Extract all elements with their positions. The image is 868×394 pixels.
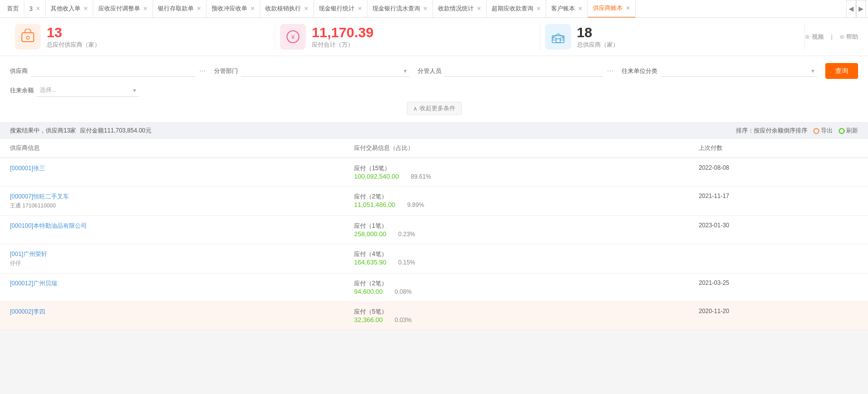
nav-tab-advance-receipt[interactable]: 预收冲应收单 ✕ xyxy=(207,0,260,18)
supplier-info-cell: [000100]本特勤油品有限公司 xyxy=(0,216,344,244)
supplier-link[interactable]: [000002]李四 xyxy=(10,308,45,315)
close-icon[interactable]: ✕ xyxy=(358,5,362,12)
person-picker-icon[interactable]: ··· xyxy=(607,66,613,75)
vendors-label: 总供应商（家） xyxy=(577,41,619,49)
data-table-wrap: 供应商信息 应付交易信息（占比） 上次付数 [000001]张三应付（15笔）1… xyxy=(0,139,868,330)
video-link[interactable]: ⊙ 视频 xyxy=(805,33,823,41)
payable-amount-value[interactable]: 164,635.90 xyxy=(354,259,386,266)
close-icon[interactable]: ✕ xyxy=(423,5,428,12)
close-icon[interactable]: ✕ xyxy=(83,5,88,12)
vendors-icon xyxy=(545,24,571,50)
nav-tab-3[interactable]: 3 ✕ xyxy=(24,0,46,18)
payable-amount-value[interactable]: 100,092,540.00 xyxy=(354,173,399,180)
dept-filter-label: 分管部门 xyxy=(214,67,238,75)
nav-tab-payment-verify-label: 收款核销执行 xyxy=(265,4,301,13)
payable-percent: 9.89% xyxy=(407,201,424,208)
table-row: [000002]李四应付（5笔）32,366.000.03%2020-11-20 xyxy=(0,302,868,330)
person-filter-label: 分管人员 xyxy=(418,67,441,75)
nav-tab-other-income[interactable]: 其他收入单 ✕ xyxy=(46,0,93,18)
suppliers-label: 总应付供应商（家） xyxy=(47,41,100,49)
nav-tab-receipt-stats-label: 收款情况统计 xyxy=(438,4,474,13)
dept-select[interactable]: ▾ xyxy=(241,66,410,77)
filter-balance: 往来余额 选择... ▾ xyxy=(10,84,139,97)
payable-label: 应付（2笔） xyxy=(354,279,679,288)
close-icon[interactable]: ✕ xyxy=(36,5,40,12)
suppliers-count: 13 xyxy=(47,24,100,41)
close-icon[interactable]: ✕ xyxy=(477,5,481,12)
close-icon[interactable]: ✕ xyxy=(304,5,308,12)
supplier-link[interactable]: [000007]恒旺二手叉车 xyxy=(10,193,69,200)
payable-percent: 89.61% xyxy=(411,173,431,180)
result-bar: 搜索结果中，供应商13家 应付金额111,703,854.00元 排序：按应付余… xyxy=(0,123,868,139)
payable-percent: 0.15% xyxy=(398,259,415,266)
payable-amount-value[interactable]: 94,600.00 xyxy=(354,288,383,295)
result-prefix: 搜索结果中，供应商13家 xyxy=(10,127,76,135)
nav-tab-payment-verify[interactable]: 收款核销执行 ✕ xyxy=(260,0,314,18)
top-navigation: 首页 3 ✕ 其他收入单 ✕ 应收应付调整单 ✕ 银行存取款单 ✕ 预收冲应收单… xyxy=(0,0,868,18)
payable-info-cell: 应付（1笔）258,000.000.23% xyxy=(344,216,689,244)
nav-next-arrow[interactable]: ▶ xyxy=(856,0,866,18)
nav-tab-adjustment-label: 应收应付调整单 xyxy=(98,4,140,13)
payable-percent: 0.03% xyxy=(395,317,412,324)
close-icon[interactable]: ✕ xyxy=(578,5,582,12)
nav-tab-bank-deposit[interactable]: 银行存取款单 ✕ xyxy=(153,0,207,18)
nav-tab-cash-flow-query-label: 现金银行流水查询 xyxy=(372,4,420,13)
supplier-picker-icon[interactable]: ··· xyxy=(199,66,206,75)
col-payable-info: 应付交易信息（占比） xyxy=(344,139,689,158)
supplier-input[interactable] xyxy=(31,66,195,77)
supplier-info-cell: [000002]李四 xyxy=(0,302,344,330)
payable-amount-value[interactable]: 258,000.00 xyxy=(354,230,386,238)
result-amount: 应付金额111,703,854.00元 xyxy=(80,127,151,135)
chevron-down-icon: ▾ xyxy=(811,67,814,74)
payable-amount-value[interactable]: 32,366.00 xyxy=(354,316,383,324)
export-action[interactable]: 导出 xyxy=(813,127,833,135)
nav-prev-arrow[interactable]: ◀ xyxy=(846,0,856,18)
close-icon[interactable]: ✕ xyxy=(536,5,541,12)
close-icon[interactable]: ✕ xyxy=(626,5,630,11)
nav-tab-supplier-ledger[interactable]: 供应商账本 ✕ xyxy=(588,0,636,18)
payable-label: 应付（4笔） xyxy=(354,250,679,259)
close-icon[interactable]: ✕ xyxy=(197,5,201,12)
supplier-link[interactable]: [000012]广州贝瑞 xyxy=(10,280,57,287)
summary-suppliers-info: 13 总应付供应商（家） xyxy=(47,24,100,50)
payable-info-cell: 应付（5笔）32,366.000.03% xyxy=(344,302,689,330)
close-icon[interactable]: ✕ xyxy=(143,5,147,12)
query-button[interactable]: 查询 xyxy=(825,63,858,79)
summary-total-vendors: 18 总供应商（家） xyxy=(540,24,805,50)
nav-tab-cash-flow-query[interactable]: 现金银行流水查询 ✕ xyxy=(367,0,433,18)
table-row: [000100]本特勤油品有限公司应付（1笔）258,000.000.23%20… xyxy=(0,216,868,244)
supplier-sub-info: 仔仔 xyxy=(10,260,334,267)
refresh-label: 刷新 xyxy=(846,127,858,135)
collapse-button[interactable]: ∧ 收起更多条件 xyxy=(407,102,462,115)
table-row: [000007]恒旺二手叉车王通 17106110000应付（2笔）11,051… xyxy=(0,187,868,216)
person-input[interactable] xyxy=(444,66,603,77)
filter-row-1: 供应商 ··· 分管部门 ▾ 分管人员 ··· 往来单位分类 ▾ 查询 xyxy=(10,63,858,79)
payable-percent: 0.23% xyxy=(398,231,415,238)
nav-tab-3-label: 3 xyxy=(29,5,33,12)
nav-tab-cash-bank-stats[interactable]: 现金银行统计 ✕ xyxy=(314,0,367,18)
sort-label[interactable]: 排序：按应付余额倒序排序 xyxy=(736,127,807,135)
payable-info-cell: 应付（2笔）11,051,486.009.89% xyxy=(344,187,689,216)
balance-select[interactable]: 选择... ▾ xyxy=(37,84,139,97)
last-payment-date-cell: 2022-08-08 xyxy=(689,158,868,187)
refresh-dot-icon xyxy=(839,128,845,134)
close-icon[interactable]: ✕ xyxy=(250,5,255,12)
payable-label: 应付（2笔） xyxy=(354,193,679,201)
nav-tab-overdue-query[interactable]: 超期应收款查询 ✕ xyxy=(487,0,546,18)
nav-tab-adjustment[interactable]: 应收应付调整单 ✕ xyxy=(93,0,153,18)
supplier-link[interactable]: [000001]张三 xyxy=(10,165,45,172)
refresh-action[interactable]: 刷新 xyxy=(839,127,858,135)
last-payment-date-cell: 2020-11-20 xyxy=(689,302,868,330)
payable-amount-value[interactable]: 11,051,486.00 xyxy=(354,201,395,208)
payable-percent: 0.08% xyxy=(395,288,412,295)
category-select[interactable]: ▾ xyxy=(660,66,818,77)
svg-point-1 xyxy=(26,36,29,39)
nav-tab-receipt-stats[interactable]: 收款情况统计 ✕ xyxy=(433,0,487,18)
supplier-link[interactable]: [001]广州荣轩 xyxy=(10,251,47,258)
suppliers-icon xyxy=(15,24,41,50)
supplier-link[interactable]: [000100]本特勤油品有限公司 xyxy=(10,222,87,229)
nav-tab-customer-ledger[interactable]: 客户账本 ✕ xyxy=(546,0,588,18)
nav-tab-advance-receipt-label: 预收冲应收单 xyxy=(212,4,247,13)
help-link[interactable]: ⊙ 帮助 xyxy=(840,33,858,41)
nav-tab-home[interactable]: 首页 xyxy=(2,0,24,18)
